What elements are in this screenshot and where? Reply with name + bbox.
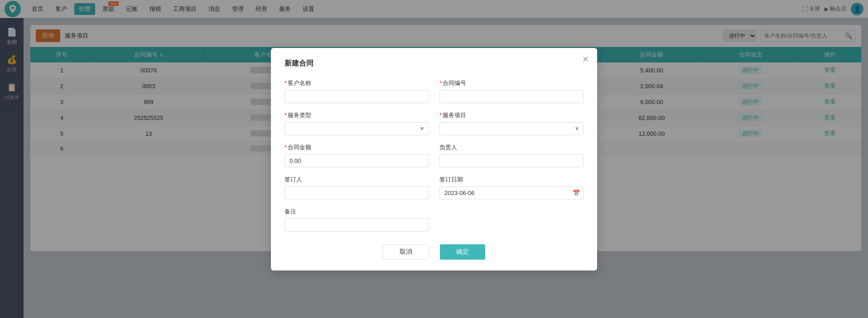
- close-icon[interactable]: ✕: [582, 55, 589, 63]
- field-notes: 备注: [285, 208, 429, 232]
- sign-date-label: 签订日期: [439, 176, 583, 184]
- form-row-3: * 合同金额 负责人: [285, 143, 583, 167]
- service-item-select[interactable]: [439, 122, 583, 135]
- signer-label: 签订人: [285, 176, 429, 184]
- notes-input[interactable]: [285, 218, 429, 232]
- field-contract-no: * 合同编号: [439, 79, 583, 103]
- field-service-item: * 服务项目 ▼: [439, 111, 583, 135]
- form-row-1: * 客户名称 * 合同编号: [285, 79, 583, 103]
- field-sign-date: 签订日期 📅: [439, 176, 583, 199]
- service-type-select-wrapper: ▼: [285, 122, 429, 135]
- responsible-label: 负责人: [439, 143, 583, 152]
- notes-label: 备注: [285, 208, 429, 216]
- new-contract-dialog: 新建合同 ✕ * 客户名称 * 合同编号: [271, 48, 597, 271]
- contract-amount-label: * 合同金额: [285, 143, 429, 152]
- field-customer-name: * 客户名称: [285, 79, 429, 103]
- confirm-button[interactable]: 确定: [440, 244, 485, 260]
- service-type-select[interactable]: [285, 122, 429, 135]
- calendar-icon[interactable]: 📅: [573, 190, 580, 196]
- modal-overlay[interactable]: 新建合同 ✕ * 客户名称 * 合同编号: [0, 0, 868, 318]
- field-contract-amount: * 合同金额: [285, 143, 429, 167]
- dialog-footer: 取消 确定: [285, 244, 583, 260]
- sign-date-input[interactable]: [439, 186, 583, 199]
- customer-name-label: * 客户名称: [285, 79, 429, 87]
- form-row-2: * 服务类型 ▼ * 服务项目: [285, 111, 583, 135]
- service-item-select-wrapper: ▼: [439, 122, 583, 135]
- field-signer: 签订人: [285, 176, 429, 199]
- contract-no-input[interactable]: [439, 90, 583, 103]
- field-responsible: 负责人: [439, 143, 583, 167]
- dialog-title: 新建合同: [285, 59, 583, 68]
- form-row-4: 签订人 签订日期 📅: [285, 176, 583, 199]
- contract-no-label: * 合同编号: [439, 79, 583, 87]
- sign-date-wrapper: 📅: [439, 186, 583, 199]
- cancel-button[interactable]: 取消: [383, 244, 429, 260]
- service-item-label: * 服务项目: [439, 111, 583, 119]
- field-service-type: * 服务类型 ▼: [285, 111, 429, 135]
- form-row-5: 备注: [285, 208, 583, 232]
- contract-amount-input[interactable]: [285, 154, 429, 167]
- service-type-label: * 服务类型: [285, 111, 429, 119]
- signer-input[interactable]: [285, 186, 429, 199]
- customer-name-input[interactable]: [285, 90, 429, 103]
- responsible-input[interactable]: [439, 154, 583, 167]
